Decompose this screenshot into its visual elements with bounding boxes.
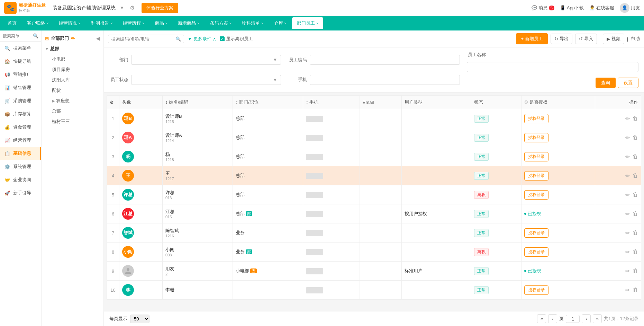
sidebar-item-search[interactable]: 🔍 搜索菜单 [0,42,41,55]
tree-item-zhishu[interactable]: 植树王三 [42,116,103,127]
tree-item-project[interactable]: 项目库房 [42,64,103,75]
delete-icon[interactable]: 🗑 [633,192,638,198]
emp-status-select[interactable]: ▼ [131,75,281,85]
user-menu[interactable]: 👤 用友 [620,3,640,13]
edit-icon[interactable]: ✏ [625,211,630,217]
tree-item-root[interactable]: ▼ 总部 [42,44,103,54]
sidebar-item-system[interactable]: ⚙️ 系统管理 [0,160,41,173]
tree-item-zongbu[interactable]: 总部 [42,106,103,116]
view-button[interactable]: ▶ 视频 [603,34,624,44]
tree-collapse-btn[interactable]: ◀ [96,36,100,41]
sidebar-item-sales[interactable]: 📊 销售管理 [0,81,41,94]
auth-button[interactable]: 授权登录 [524,133,548,142]
delete-icon[interactable]: 🗑 [633,249,638,255]
auth-button[interactable]: 授权登录 [524,152,548,161]
tab-profit[interactable]: 利润报告 × [86,17,117,29]
delete-icon[interactable]: 🗑 [633,211,638,217]
sidebar-item-marketing[interactable]: 📢 营销推广 [0,68,41,81]
sidebar-item-collab[interactable]: 🤝 企业协同 [0,173,41,186]
more-filter-btn[interactable]: ▼ 更多条件 ∧ [188,36,216,42]
close-icon[interactable]: × [78,21,80,25]
page-number-input[interactable] [566,315,580,323]
tab-warehouse[interactable]: 仓库 × [269,17,291,29]
next-page-btn[interactable]: › [582,314,591,323]
delete-icon[interactable]: 🗑 [633,115,638,122]
close-icon[interactable]: × [261,21,263,25]
close-icon[interactable]: × [142,21,144,25]
set-button[interactable]: 设置 [618,78,638,88]
delete-icon[interactable]: 🗑 [633,153,638,160]
dept-filter-select[interactable]: ▼ [131,55,281,65]
resigned-checkbox[interactable]: ✓ [220,36,225,41]
prev-page-btn[interactable]: ‹ [548,314,557,323]
sidebar-item-purchase[interactable]: 🛒 采购管理 [0,94,41,107]
delete-icon[interactable]: 🗑 [633,134,638,141]
tree-item-xiaodibu[interactable]: 小电部 [42,54,103,64]
tree-item-peihuo[interactable]: 配货 [42,85,103,96]
trial-button[interactable]: 体验行业方案 [142,3,178,13]
emp-name-input[interactable] [467,62,638,72]
export-button[interactable]: ↻ 导出 [551,34,572,44]
close-icon[interactable]: × [197,21,199,25]
message-btn[interactable]: 💬 消息 5 [532,5,554,11]
import-button[interactable]: ↺ 导入 [575,34,597,44]
tree-item-shenyang[interactable]: 沈阳大库 [42,75,103,85]
close-icon[interactable]: × [46,21,48,25]
auth-button[interactable]: 授权登录 [524,228,548,238]
tab-goods[interactable]: 商品 × [150,17,172,29]
close-icon[interactable]: × [165,21,167,25]
show-resigned-toggle[interactable]: ✓ 显示离职员工 [220,36,253,42]
sidebar-item-biz[interactable]: 📈 经营管理 [0,134,41,147]
tab-bom[interactable]: 物料清单 × [237,17,268,29]
auth-button[interactable]: 授权登录 [524,285,548,295]
edit-icon[interactable]: ✏ [625,268,630,274]
page-size-select[interactable]: 50 20 100 [130,315,149,323]
edit-icon[interactable]: ✏ [625,192,630,198]
auth-button[interactable]: 授权登录 [524,247,548,257]
tab-home[interactable]: 首页 [3,17,21,29]
tab-add-goods[interactable]: 新增商品 × [173,17,204,29]
delete-icon[interactable]: 🗑 [633,268,638,274]
online-service-btn[interactable]: 👨‍💼 在线客服 [589,5,614,11]
tree-edit-icon[interactable]: ✏ [71,36,75,41]
col-name[interactable]: ↕ 姓名/编码 [163,96,233,109]
tab-customer[interactable]: 客户联络 × [22,17,53,29]
delete-icon[interactable]: 🗑 [633,287,638,293]
close-icon[interactable]: × [229,21,232,25]
auth-button[interactable]: 授权登录 [524,114,548,123]
sidebar-item-stock[interactable]: 📦 库存核算 [0,107,41,121]
tab-operation[interactable]: 经营情况 × [54,17,85,29]
edit-icon[interactable]: ✏ [625,173,630,179]
phone-input[interactable] [310,75,460,85]
col-phone[interactable]: ↕ 手机 [303,96,360,109]
search-icon[interactable]: 🔍 [175,36,181,42]
edit-icon[interactable]: ✏ [625,249,630,255]
help-btn[interactable]: 帮助 [631,36,640,42]
app-download-btn[interactable]: 📱 App下载 [560,5,584,11]
close-icon[interactable]: × [110,21,112,25]
emp-code-input[interactable] [310,55,460,65]
tab-history[interactable]: 经营历程 × [118,17,149,29]
delete-icon[interactable]: 🗑 [633,173,638,179]
sidebar-item-finance[interactable]: 💰 资金管理 [0,121,41,134]
edit-icon[interactable]: ✏ [625,115,630,122]
edit-icon[interactable]: ✏ [625,153,630,160]
edit-icon[interactable]: ✏ [625,287,630,293]
last-page-btn[interactable]: » [593,314,602,323]
tree-item-shuangxiang[interactable]: ▶ 双座想 [42,96,103,106]
col-dept[interactable]: ↕ 部门/职位 [233,96,303,109]
sidebar-search-input[interactable] [3,34,31,38]
settings-icon[interactable]: ⚙ [130,5,135,11]
sidebar-item-nav[interactable]: 🏠 快捷导航 [0,55,41,68]
edit-icon[interactable]: ✏ [625,134,630,141]
auth-button[interactable]: 授权登录 [524,171,548,180]
title-dropdown-icon[interactable]: ▼ [120,5,124,10]
search-input[interactable] [111,36,173,42]
query-button[interactable]: 查询 [596,78,616,88]
sidebar-item-basic[interactable]: 📋 基础信息 [0,147,41,160]
delete-icon[interactable]: 🗑 [633,230,638,236]
col-settings[interactable]: ⚙ [107,96,119,109]
close-icon[interactable]: × [316,21,318,25]
first-page-btn[interactable]: « [537,314,546,323]
close-icon[interactable]: × [284,21,287,25]
